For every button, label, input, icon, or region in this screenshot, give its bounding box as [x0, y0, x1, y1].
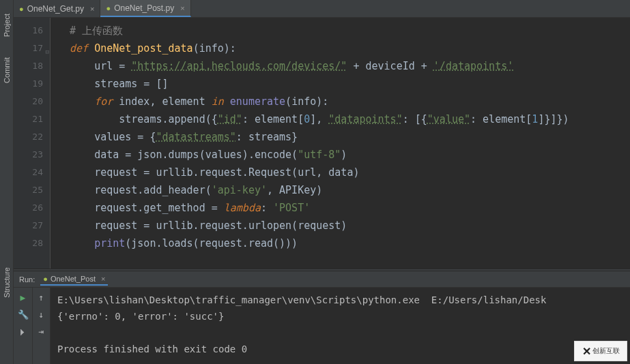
run-body: ▶ 🔧 ⏵ ↑ ↓ ⇥ E:\Users\lishan\Desktop\traf…: [14, 288, 630, 364]
line-number: 17⊟: [16, 40, 43, 57]
line-number: 26: [16, 199, 43, 217]
sidebar-tab-commit[interactable]: Commit: [3, 57, 11, 83]
python-file-icon: ●: [43, 275, 48, 283]
code-line: def OneNet_post_data(info):: [70, 42, 236, 55]
code-line: request.add_header('api-key', APIKey): [70, 184, 322, 196]
run-tool-window: Run: ● OneNet_Post × ▶ 🔧 ⏵ ↑ ↓ ⇥ E:\User…: [14, 271, 630, 364]
code-line: url = "https://api.heclouds.com/devices/…: [70, 60, 513, 72]
code-line: print(json.loads(request.read())): [70, 237, 298, 249]
console-line: E:\Users\lishan\Desktop\traffic_manager\…: [57, 294, 546, 305]
line-number: 27: [16, 217, 43, 234]
line-number: 25: [16, 181, 43, 199]
watermark-text: 创新互联: [592, 346, 620, 356]
tab-label: OneNet_Get.py: [27, 4, 84, 14]
tab-onenet-get-py[interactable]: ● OneNet_Get.py ×: [14, 0, 100, 17]
filter-icon[interactable]: ⏵: [16, 324, 31, 339]
code-line: request.get_method = lambda: 'POST': [70, 202, 310, 214]
line-number: 20: [16, 93, 43, 110]
code-line: streams = []: [70, 78, 169, 90]
code-line: streams.append({"id": element[0], "datap…: [70, 113, 569, 125]
run-toolbar-secondary: ↑ ↓ ⇥: [33, 288, 51, 364]
python-file-icon: ●: [19, 5, 24, 13]
run-toolbar-primary: ▶ 🔧 ⏵: [14, 288, 33, 364]
fold-icon[interactable]: ⊟: [46, 43, 49, 61]
console-line: Process finished with exit code 0: [57, 344, 247, 354]
code-line: # 上传函数: [70, 25, 123, 37]
run-header: Run: ● OneNet_Post ×: [14, 271, 630, 288]
close-icon[interactable]: ×: [180, 4, 184, 12]
code-line: data = json.dumps(values).encode("utf-8"…: [70, 149, 347, 161]
rerun-button[interactable]: ▶: [16, 290, 31, 305]
close-icon[interactable]: ×: [90, 5, 94, 13]
code-line: request = urllib.request.urlopen(request…: [70, 219, 347, 232]
code-line: for index, element in enumerate(info):: [70, 95, 328, 108]
close-icon[interactable]: ×: [101, 275, 105, 283]
watermark-x-icon: ✕: [582, 345, 591, 358]
code-line: request = urllib.request.Request(url, da…: [70, 166, 359, 179]
down-icon[interactable]: ↓: [34, 307, 49, 322]
left-tool-sidebar: Project Commit Structure: [0, 0, 14, 364]
line-number: 21: [16, 110, 43, 128]
tab-onenet-post-py[interactable]: ● OneNet_Post.py ×: [100, 0, 190, 17]
run-tab-label: OneNet_Post: [51, 275, 96, 283]
line-number: 18: [16, 57, 43, 75]
editor-area: 16 17⊟ 18 19 20 21 22 23 24 25 26 27 28 …: [14, 18, 630, 269]
run-label: Run:: [19, 275, 35, 284]
console-output[interactable]: E:\Users\lishan\Desktop\traffic_manager\…: [51, 288, 630, 364]
code-editor[interactable]: # 上传函数 def OneNet_post_data(info): url =…: [51, 18, 630, 269]
line-number: 22: [16, 128, 43, 146]
line-number: 24: [16, 164, 43, 181]
line-number: 19: [16, 75, 43, 93]
code-line: values = {"datastreams": streams}: [70, 131, 298, 143]
wrench-icon[interactable]: 🔧: [16, 307, 31, 322]
watermark-logo: ✕ 创新互联: [574, 341, 627, 361]
up-icon[interactable]: ↑: [34, 290, 49, 305]
run-tab[interactable]: ● OneNet_Post ×: [40, 273, 108, 286]
sidebar-tab-project[interactable]: Project: [3, 14, 11, 37]
line-number-gutter: 16 17⊟ 18 19 20 21 22 23 24 25 26 27 28: [14, 18, 51, 269]
sidebar-tab-structure[interactable]: Structure: [3, 267, 11, 298]
line-number: 23: [16, 146, 43, 164]
line-number: 16: [16, 22, 43, 40]
console-line: {'errno': 0, 'error': 'succ'}: [57, 311, 224, 322]
soft-wrap-icon[interactable]: ⇥: [34, 324, 49, 339]
tab-label: OneNet_Post.py: [114, 3, 174, 13]
editor-tabs-bar: ● OneNet_Get.py × ● OneNet_Post.py ×: [14, 0, 630, 18]
line-number: 28: [16, 234, 43, 252]
python-file-icon: ●: [106, 4, 111, 12]
